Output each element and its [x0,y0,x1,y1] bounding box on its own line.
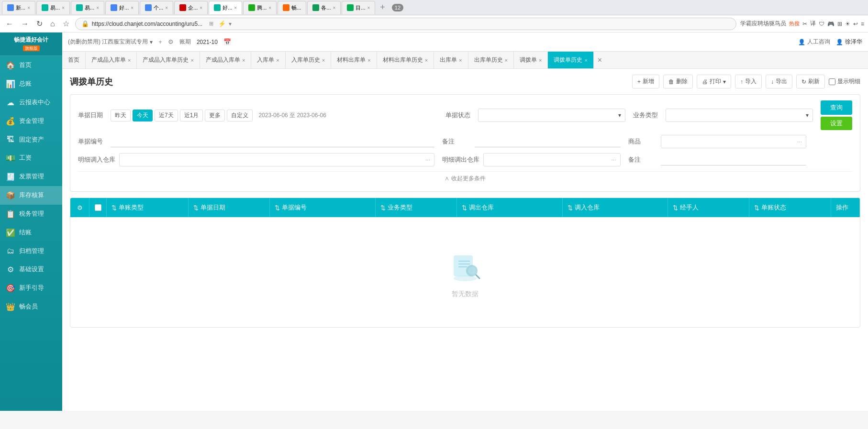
th-in-warehouse[interactable]: ⇅ 调入仓库 [563,198,668,217]
print-button[interactable]: 🖨 打印 ▾ [697,75,731,88]
browser-tab-1[interactable]: 新... × [2,1,35,14]
forward-button[interactable]: → [19,18,31,30]
th-doc-no[interactable]: ⇅ 单据编号 [270,198,375,217]
game-icon[interactable]: 🎮 [827,21,835,27]
delete-button[interactable]: 🗑 删除 [663,75,693,88]
address-bar[interactable]: 🔒 https://cloud.chanjet.com/accounting/u… [75,18,736,30]
tab-outbound-history[interactable]: 出库单历史 × [468,52,514,69]
more-date-btn[interactable]: 更多 [205,110,225,121]
tab-inbound-history[interactable]: 入库单历史 × [286,52,331,69]
detail-out-select[interactable]: ··· [483,153,621,166]
sidebar-item-funds[interactable]: 💰 资金管理 [0,112,62,131]
browser-tab-6[interactable]: 企... × [174,1,208,14]
tab-material-outbound-history[interactable]: 材料出库单历史 × [377,52,434,69]
tab-close-4[interactable]: × [131,5,134,11]
tab-inbound[interactable]: 入库单 × [251,52,285,69]
th-doc-type[interactable]: ⇅ 单账类型 [107,198,189,217]
browser-tab-4[interactable]: 好... × [105,1,139,14]
display-toggle[interactable]: 显示明细 [829,77,860,86]
sidebar-item-payroll[interactable]: 💵 工资 [0,149,62,167]
tab-outbound-history-close[interactable]: × [505,57,508,63]
home-button[interactable]: ⌂ [48,18,57,30]
add-company-button[interactable]: + [158,38,162,45]
tab-close-1[interactable]: × [27,5,30,11]
tab-transfer-history[interactable]: 调拨单历史 × [548,52,593,69]
new-tab-button[interactable]: + [376,2,389,12]
tab-transfer[interactable]: 调拨单 × [514,52,548,69]
browser-tab-2[interactable]: 易... × [36,1,70,14]
week-btn[interactable]: 近7天 [155,110,178,121]
browser-tab-10[interactable]: 各... × [307,1,341,14]
tab-close-11[interactable]: × [367,5,370,11]
collapse-button[interactable]: ∧ 收起更多条件 [78,171,852,186]
service-button[interactable]: 👤 人工咨询 [798,38,830,46]
tab-product-inbound-history-close[interactable]: × [190,57,193,63]
sidebar-item-tax[interactable]: 📋 税务管理 [0,205,62,223]
user-info[interactable]: 👤 徐泽华 [836,38,862,46]
tab-close-8[interactable]: × [268,5,271,11]
sidebar-item-assets[interactable]: 🏗 固定资产 [0,131,62,149]
tab-close-7[interactable]: × [234,5,237,11]
query-button[interactable]: 查询 [821,100,852,115]
th-out-warehouse[interactable]: ⇅ 调出仓库 [457,198,562,217]
tab-transfer-history-close[interactable]: × [584,57,587,63]
refresh-button[interactable]: ↻ [34,17,45,30]
sidebar-item-guide[interactable]: 🎯 新手引导 [0,279,62,297]
new-button[interactable]: + 新增 [632,75,659,88]
menu-icon[interactable]: ≡ [861,21,864,27]
browser-tab-11[interactable]: 目... × [342,1,375,14]
th-settings[interactable]: ⚙ [70,198,89,217]
company-selector[interactable]: (勿删勿禁用) 江西服宝测试专用 ▾ [68,38,153,46]
month-btn[interactable]: 近1月 [180,110,203,121]
tab-close-10[interactable]: × [333,5,335,11]
export-button[interactable]: ↓ 导出 [766,75,792,88]
browser-tab-7[interactable]: 好... × [209,1,242,14]
sidebar-item-archive[interactable]: 🗂 归档管理 [0,242,62,260]
docno-input[interactable] [111,136,434,147]
cut-icon[interactable]: ✂ [802,21,807,27]
close-all-tabs-button[interactable]: × [594,56,606,65]
yesterday-btn[interactable]: 昨天 [111,110,131,121]
sidebar-item-reports[interactable]: ☁ 云报表中心 [0,93,62,112]
company-settings-icon[interactable]: ⚙ [168,38,174,45]
th-biz-type[interactable]: ⇅ 业务类型 [376,198,457,217]
today-btn[interactable]: 今天 [133,110,153,121]
remark-input[interactable] [475,136,621,147]
tab-transfer-close[interactable]: × [539,57,542,63]
detail-remark-input[interactable] [661,154,807,165]
browser-tab-3[interactable]: 易... × [71,1,104,14]
browser-tab-9[interactable]: 畅... [278,1,306,14]
calendar-icon[interactable]: 📅 [223,38,231,45]
display-toggle-checkbox[interactable] [829,78,835,85]
settings-button[interactable]: 设置 [821,117,852,130]
tab-home[interactable]: 首页 [62,52,86,69]
th-doc-status[interactable]: ⇅ 单账状态 [749,198,831,217]
bookmark-button[interactable]: ☆ [61,17,71,30]
grid-icon[interactable]: ⊞ [837,21,842,27]
tab-product-inbound-close[interactable]: × [128,57,131,63]
sidebar-item-member[interactable]: 👑 畅会员 [0,297,62,316]
select-all-checkbox[interactable] [95,204,101,211]
tab-product-inbound[interactable]: 产成品入库单 × [86,52,137,69]
shield-icon[interactable]: 🛡 [819,21,824,27]
th-doc-date[interactable]: ⇅ 单据日期 [189,198,270,217]
detail-in-select[interactable]: ··· [119,153,434,166]
tab-close-6[interactable]: × [200,5,202,11]
back-button[interactable]: ← [4,18,15,30]
th-checkbox[interactable] [89,198,107,217]
tab-outbound-close[interactable]: × [459,57,462,63]
tab-close-2[interactable]: × [62,5,65,11]
tab-close-5[interactable]: × [165,5,168,11]
status-select[interactable]: ▾ [478,109,625,122]
sidebar-item-invoice[interactable]: 🧾 发票管理 [0,167,62,186]
translate-icon[interactable]: 译 [810,20,816,28]
sidebar-item-settings[interactable]: ⚙ 基础设置 [0,260,62,279]
tab-product-inbound2-close[interactable]: × [242,57,245,63]
refresh-button-page[interactable]: ↻ 刷新 [796,75,825,88]
sidebar-item-inventory[interactable]: 📦 库存核算 [0,186,62,205]
tab-product-inbound-history[interactable]: 产成品入库单历史 × [137,52,200,69]
sidebar-item-ledger[interactable]: 📊 总账 [0,75,62,93]
tab-inbound-close[interactable]: × [276,57,279,63]
import-button[interactable]: ↑ 导入 [735,75,762,88]
goods-select[interactable]: ··· [661,135,807,148]
